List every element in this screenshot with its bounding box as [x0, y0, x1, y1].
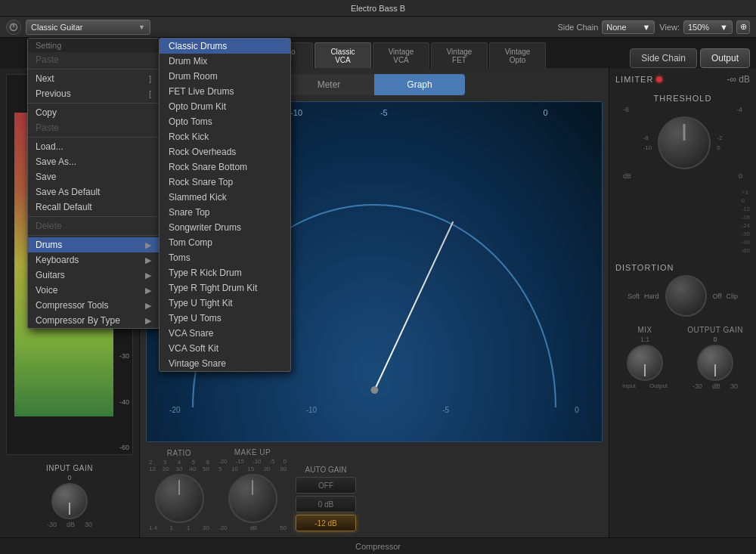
threshold-label: THRESHOLD	[654, 94, 712, 103]
auto-gain-off[interactable]: OFF	[296, 477, 356, 494]
output-gain-range: -30 dB 30	[692, 382, 738, 390]
preset-dropdown[interactable]: Classic Guitar ▼	[26, 20, 150, 35]
input-gain-label: INPUT GAIN	[46, 464, 93, 472]
drums-submenu-item-1[interactable]: Drum Mix	[160, 54, 290, 69]
drums-submenu-item-12[interactable]: Songwriter Drums	[160, 220, 290, 235]
limiter-led	[656, 76, 662, 82]
drums-submenu-item-4[interactable]: Opto Drum Kit	[160, 99, 290, 114]
header-row: Classic Guitar ▼ Side Chain None ▼ View:…	[0, 17, 756, 38]
menu-recall-default[interactable]: Recall Default	[28, 200, 159, 215]
mix-io-labels: Input Output	[622, 382, 668, 389]
output-gain-knob[interactable]	[697, 345, 733, 381]
side-chain-arrow: ▼	[642, 23, 650, 32]
output-gain-section: OUTPUT GAIN 0 -30 dB 30	[687, 326, 743, 390]
auto-gain-section: AUTO GAIN OFF 0 dB -12 dB	[296, 466, 356, 531]
menu-delete[interactable]: Delete	[28, 218, 159, 234]
threshold-knob[interactable]	[658, 116, 711, 169]
right-db-scale: +3 0 -12 -18 -24 -30 -40 -60	[741, 189, 750, 254]
drums-submenu-item-0[interactable]: Classic Drums	[160, 39, 290, 54]
menu-paste-copy[interactable]: Paste	[28, 120, 159, 135]
zoom-button[interactable]: ⊕	[736, 20, 750, 34]
drums-submenu-item-18[interactable]: Type U Toms	[160, 311, 290, 326]
menu-guitars[interactable]: Guitars ▶	[28, 268, 159, 283]
menu-paste-top[interactable]: Paste	[28, 52, 159, 67]
output-button[interactable]: Output	[700, 48, 750, 68]
drums-submenu-item-5[interactable]: Opto Toms	[160, 114, 290, 129]
distortion-knob[interactable]	[665, 275, 707, 317]
drums-submenu-item-11[interactable]: Snare Top	[160, 205, 290, 220]
drums-submenu-item-19[interactable]: VCA Snare	[160, 326, 290, 341]
mix-output-section: MIX 1:1 Input Output OUTPUT GAIN 0 -30 d…	[615, 326, 750, 390]
drums-submenu-item-3[interactable]: FET Live Drums	[160, 84, 290, 99]
soft-hard-labels: Soft Hard	[627, 292, 659, 300]
drums-submenu-item-20[interactable]: VCA Soft Kit	[160, 341, 290, 356]
drums-submenu-item-6[interactable]: Rock Kick	[160, 129, 290, 144]
menu-voice[interactable]: Voice ▶	[28, 283, 159, 298]
preset-name: Classic Guitar	[31, 23, 82, 32]
side-chain-button[interactable]: Side Chain	[630, 48, 697, 68]
drums-submenu-item-16[interactable]: Type R Tight Drum Kit	[160, 280, 290, 296]
limiter-section: LIMITER -∞ dB	[615, 74, 750, 85]
drums-submenu-item-13[interactable]: Tom Comp	[160, 235, 290, 250]
menu-drums[interactable]: Drums ▶	[28, 237, 159, 252]
controls-row: RATIO 2 3 4 5 8 12 20 30	[146, 448, 603, 531]
meter-button[interactable]: Meter	[284, 74, 374, 95]
drums-submenu-item-8[interactable]: Rock Snare Bottom	[160, 159, 290, 175]
drums-submenu: Classic DrumsDrum MixDrum RoomFET Live D…	[159, 38, 291, 372]
drums-submenu-item-15[interactable]: Type R Kick Drum	[160, 265, 290, 280]
makeup-knob[interactable]	[228, 474, 277, 523]
view-section: View: 150% ▼ ⊕	[659, 20, 750, 34]
side-chain-selector[interactable]: None ▼	[602, 20, 655, 34]
tab-right-area: Side Chain Output	[609, 48, 756, 68]
input-gain-unit: dB	[67, 521, 75, 528]
tab-vintage-opto[interactable]: VintageOpto	[489, 42, 546, 68]
limiter-value: -∞ dB	[727, 74, 750, 85]
input-gain-knob[interactable]	[51, 483, 88, 519]
menu-previous[interactable]: Previous [	[28, 86, 159, 101]
auto-gain-0db[interactable]: 0 dB	[296, 496, 356, 512]
menu-next[interactable]: Next ]	[28, 71, 159, 86]
drums-submenu-item-10[interactable]: Slammed Kick	[160, 190, 290, 205]
limiter-label: LIMITER	[615, 75, 662, 84]
menu-load[interactable]: Load...	[28, 139, 159, 154]
drums-submenu-item-2[interactable]: Drum Room	[160, 69, 290, 84]
menu-setting-header: Setting	[28, 39, 159, 52]
menu-sep-1	[28, 69, 159, 70]
menu-keyboards[interactable]: Keyboards ▶	[28, 252, 159, 268]
makeup-group: MAKE UP -20 -15 -10 -5 0 5 10 15	[218, 448, 287, 531]
next-shortcut: ]	[149, 74, 151, 83]
tab-vintage-vca[interactable]: VintageVCA	[373, 42, 429, 68]
right-scale-container: +3 0 -12 -18 -24 -30 -40 -60	[615, 189, 750, 254]
off-clip-labels: Off Clip	[713, 292, 738, 300]
view-dropdown[interactable]: 150% ▼	[683, 20, 733, 34]
drums-submenu-item-21[interactable]: Vintage Snare	[160, 356, 290, 371]
menu-save[interactable]: Save	[28, 169, 159, 184]
menu-save-as[interactable]: Save As...	[28, 154, 159, 169]
power-button[interactable]	[6, 20, 21, 35]
graph-button[interactable]: Graph	[374, 74, 465, 95]
menu-compressor-by-type[interactable]: Compressor By Type ▶	[28, 313, 159, 328]
menu-compressor-tools[interactable]: Compressor Tools ▶	[28, 298, 159, 313]
ratio-knob[interactable]	[155, 474, 204, 523]
menu-copy[interactable]: Copy	[28, 105, 159, 120]
tab-vintage-fet[interactable]: VintageFET	[431, 42, 488, 68]
tab-classic-vca[interactable]: ClassicVCA	[314, 42, 371, 68]
drums-submenu-item-7[interactable]: Rock Overheads	[160, 144, 290, 159]
menu-sep-4	[28, 216, 159, 217]
bottom-bar: Compressor	[0, 537, 756, 554]
drums-submenu-item-9[interactable]: Rock Snare Top	[160, 175, 290, 190]
input-gain-range: -30 dB 30	[47, 521, 92, 528]
mix-knob[interactable]	[627, 345, 663, 381]
auto-gain-label: AUTO GAIN	[305, 466, 347, 474]
title-bar: Electro Bass B	[0, 0, 756, 17]
window-title: Electro Bass B	[351, 4, 405, 13]
distortion-label: DISTORTION	[615, 263, 750, 272]
threshold-scale: -6 -4 -8 -10 -2 0	[615, 106, 750, 180]
menu-sep-2	[28, 103, 159, 104]
drums-submenu-item-17[interactable]: Type U Tight Kit	[160, 296, 290, 311]
main-dropdown-menu: Setting Paste Next ] Previous [ Copy Pas…	[27, 38, 160, 329]
mix-section: MIX 1:1 Input Output	[622, 326, 668, 390]
menu-save-default[interactable]: Save As Default	[28, 184, 159, 200]
auto-gain-minus12db[interactable]: -12 dB	[296, 515, 356, 531]
drums-submenu-item-14[interactable]: Toms	[160, 250, 290, 265]
